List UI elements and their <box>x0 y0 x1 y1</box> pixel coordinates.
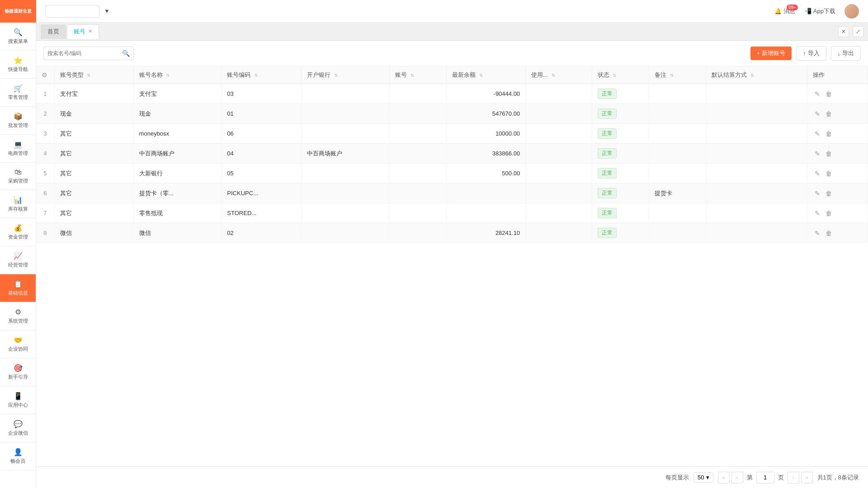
col-code-sort: ⇅ <box>254 73 258 78</box>
cell-account-4 <box>390 144 447 164</box>
sidebar-item-inventory[interactable]: 📊 库存核算 <box>0 190 36 218</box>
table-row: 6 其它 提货卡（零... PICKUPC... 正常 提货卡 ✎ 🗑 <box>36 183 868 203</box>
topbar-dropdown[interactable]: ▼ <box>104 8 110 14</box>
cart-icon: 🛒 <box>2 84 33 93</box>
col-type[interactable]: 账号类型 ⇅ <box>54 66 133 84</box>
page-size-value: 50 <box>698 474 704 481</box>
edit-button-8[interactable]: ✎ <box>813 229 822 238</box>
first-page-button[interactable]: « <box>718 472 730 483</box>
cell-name-3: moneybosx <box>133 124 222 144</box>
tab-close-all-button[interactable]: ✕ <box>838 26 849 37</box>
export-button[interactable]: ↓ 导出 <box>831 46 861 61</box>
delete-button-1[interactable]: 🗑 <box>824 89 834 99</box>
sidebar-item-search[interactable]: 🔍 搜索菜单 <box>0 23 36 51</box>
app-download-button[interactable]: 📲 App下载 <box>804 7 835 15</box>
delete-button-3[interactable]: 🗑 <box>824 129 834 138</box>
avatar[interactable] <box>844 4 859 19</box>
settings-icon: ⚙ <box>42 71 47 79</box>
delete-button-7[interactable]: 🗑 <box>824 209 834 218</box>
edit-button-6[interactable]: ✎ <box>813 189 822 198</box>
edit-button-2[interactable]: ✎ <box>813 109 822 118</box>
col-type-label: 账号类型 <box>60 71 84 78</box>
cell-name-6: 提货卡（零... <box>133 183 222 203</box>
col-status[interactable]: 状态 ⇅ <box>592 66 649 84</box>
sidebar-label-retail: 零售管理 <box>8 94 28 100</box>
sidebar-item-app-center[interactable]: 📱 应用中心 <box>0 386 36 414</box>
sidebar-item-retail[interactable]: 🛒 零售管理 <box>0 79 36 107</box>
cell-balance-6 <box>447 183 526 203</box>
col-bank[interactable]: 开户银行 ⇅ <box>302 66 390 84</box>
cell-balance-2: 547670.00 <box>447 104 526 124</box>
tab-actions: ✕ ⤢ <box>838 26 863 37</box>
col-default-payment[interactable]: 默认结算方式 ⇅ <box>706 66 807 84</box>
page-size-select[interactable]: 50 ▾ <box>693 472 713 483</box>
cell-default-payment-5 <box>706 164 807 183</box>
sidebar: 畅捷通财生意 🔍 搜索菜单 ⭐ 快捷导航 🛒 零售管理 📦 批发管理 💻 电商管… <box>0 0 36 488</box>
message-button[interactable]: 🔔 消息 99+ <box>774 7 795 15</box>
edit-button-1[interactable]: ✎ <box>813 89 822 99</box>
col-name[interactable]: 账号名称 ⇅ <box>133 66 222 84</box>
sidebar-item-wholesale[interactable]: 📦 批发管理 <box>0 107 36 135</box>
search-icon[interactable]: 🔍 <box>122 50 130 57</box>
col-usage[interactable]: 使用... ⇅ <box>526 66 592 84</box>
footer: 每页显示 50 ▾ « ‹ 第 页 › » 共1页，8条记录 <box>36 466 868 488</box>
import-button[interactable]: ↑ 导入 <box>796 46 826 61</box>
edit-button-4[interactable]: ✎ <box>813 149 822 158</box>
sidebar-item-enterprise-wechat[interactable]: 💬 企业微信 <box>0 414 36 442</box>
delete-button-4[interactable]: 🗑 <box>824 149 834 158</box>
sidebar-label-inventory: 库存核算 <box>8 206 28 211</box>
delete-button-5[interactable]: 🗑 <box>824 169 834 178</box>
cell-usage-5 <box>526 164 592 183</box>
col-account[interactable]: 账号 ⇅ <box>390 66 447 84</box>
edit-button-7[interactable]: ✎ <box>813 209 822 218</box>
delete-button-2[interactable]: 🗑 <box>824 109 834 118</box>
sidebar-item-member[interactable]: 👤 畅会员 <box>0 442 36 470</box>
prev-page-button[interactable]: ‹ <box>731 472 743 483</box>
cell-action-7: ✎ 🗑 <box>807 203 868 223</box>
sidebar-label-wholesale: 批发管理 <box>8 122 28 128</box>
cell-usage-8 <box>526 223 592 243</box>
page-input[interactable] <box>756 472 774 483</box>
col-bank-sort: ⇅ <box>334 73 338 78</box>
sidebar-label-quick-nav: 快捷导航 <box>8 66 28 72</box>
sidebar-item-enterprise-agreement[interactable]: 🤝 企业协同 <box>0 330 36 358</box>
chart-icon: 📊 <box>2 196 33 204</box>
edit-button-3[interactable]: ✎ <box>813 129 822 138</box>
edit-button-5[interactable]: ✎ <box>813 169 822 178</box>
sidebar-item-operations[interactable]: 📈 经营管理 <box>0 246 36 274</box>
next-page-button[interactable]: › <box>788 472 799 483</box>
topbar-search-input[interactable] <box>45 5 99 18</box>
col-code[interactable]: 账号编码 ⇅ <box>222 66 302 84</box>
sidebar-item-basic-info[interactable]: 📋 基础信息 <box>0 274 36 302</box>
sidebar-item-ecommerce[interactable]: 💻 电商管理 <box>0 135 36 163</box>
cell-usage-3 <box>526 124 592 144</box>
col-type-sort: ⇅ <box>87 73 90 78</box>
sidebar-item-guide[interactable]: 🎯 新手引导 <box>0 358 36 386</box>
bell-icon: 🔔 <box>774 8 782 14</box>
sidebar-item-quick-nav[interactable]: ⭐ 快捷导航 <box>0 51 36 79</box>
col-balance[interactable]: 最新余额 ⇅ <box>447 66 526 84</box>
tab-maximize-button[interactable]: ⤢ <box>853 26 863 37</box>
cell-code-3: 06 <box>222 124 302 144</box>
delete-button-8[interactable]: 🗑 <box>824 229 834 238</box>
cell-type-6: 其它 <box>54 183 133 203</box>
cell-remark-6: 提货卡 <box>649 183 706 203</box>
sidebar-label-basic-info: 基础信息 <box>8 290 28 296</box>
box-icon: 📦 <box>2 112 33 121</box>
last-page-button[interactable]: » <box>801 472 813 483</box>
cell-balance-5: 500.00 <box>447 164 526 183</box>
col-remark[interactable]: 备注 ⇅ <box>649 66 706 84</box>
delete-button-6[interactable]: 🗑 <box>824 189 834 198</box>
cell-code-4: 04 <box>222 144 302 164</box>
sidebar-item-purchase[interactable]: 🛍 采购管理 <box>0 163 36 190</box>
tab-account[interactable]: 账号 ✕ <box>67 24 99 39</box>
tab-home[interactable]: 首页 <box>41 24 66 39</box>
account-search-input[interactable] <box>47 50 122 56</box>
col-settings[interactable]: ⚙ <box>36 66 54 84</box>
cell-name-7: 零售抵现 <box>133 203 222 223</box>
sidebar-item-finance[interactable]: 💰 资金管理 <box>0 218 36 246</box>
new-account-button[interactable]: + 新增账号 <box>750 47 792 60</box>
tab-account-close[interactable]: ✕ <box>88 28 92 34</box>
col-balance-label: 最新余额 <box>452 71 476 78</box>
sidebar-item-system[interactable]: ⚙ 系统管理 <box>0 302 36 330</box>
